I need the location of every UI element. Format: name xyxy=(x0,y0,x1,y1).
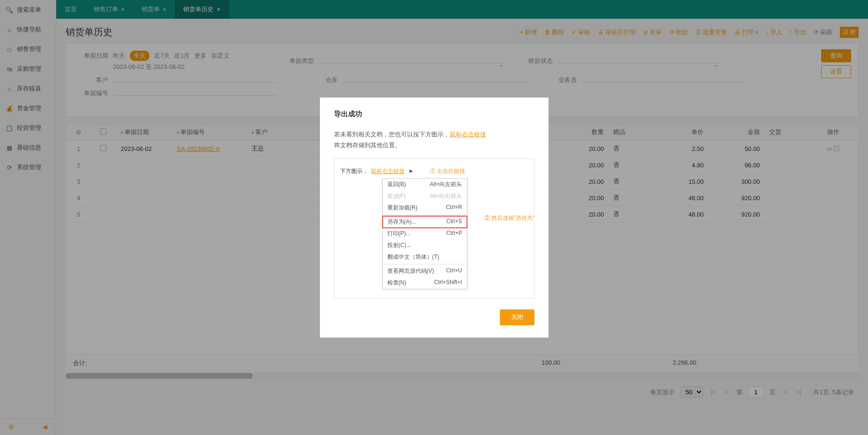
illustration-link: 鼠标右击链接 xyxy=(371,167,405,175)
modal-link[interactable]: 鼠标右击链接 xyxy=(450,131,486,138)
context-menu-illustration: 返回(B)Alt+向左箭头 前进(F)Alt+向右箭头 重新加载(R)Ctrl+… xyxy=(382,178,467,289)
context-menu-item: 重新加载(R)Ctrl+R xyxy=(383,202,467,214)
callout-1: ① 右击此链接 xyxy=(430,167,465,175)
context-menu-item: 打印(P)...Ctrl+P xyxy=(383,228,467,240)
context-menu-item: 检查(N)Ctrl+Shift+I xyxy=(383,277,467,289)
modal-illustration: 下方图示， 鼠标右击链接 ➤ ① 右击此链接 返回(B)Alt+向左箭头 前进(… xyxy=(334,158,534,298)
modal-text: 若未看到相关文档，您也可以按下方图示，鼠标右击链接 将文档存储到其他位置。 xyxy=(334,129,534,151)
context-menu-item: 返回(B)Alt+向左箭头 xyxy=(383,179,467,190)
cursor-icon: ➤ xyxy=(408,168,413,174)
export-success-modal: 导出成功 若未看到相关文档，您也可以按下方图示，鼠标右击链接 将文档存储到其他位… xyxy=(320,98,549,338)
modal-close-button[interactable]: 关闭 xyxy=(500,309,534,325)
context-menu-item: 查看网页源代码(V)Ctrl+U xyxy=(383,265,467,277)
modal-title: 导出成功 xyxy=(334,110,534,119)
callout-2: ② 然后选择"另存为" xyxy=(484,214,535,222)
context-menu-item: 前进(F)Alt+向右箭头 xyxy=(383,190,467,202)
context-menu-item: 另存为(A)...Ctrl+S xyxy=(383,216,467,228)
context-menu-item: 翻成中文（简体）(T) xyxy=(383,251,467,263)
context-menu-item: 投射(C)... xyxy=(383,240,467,251)
